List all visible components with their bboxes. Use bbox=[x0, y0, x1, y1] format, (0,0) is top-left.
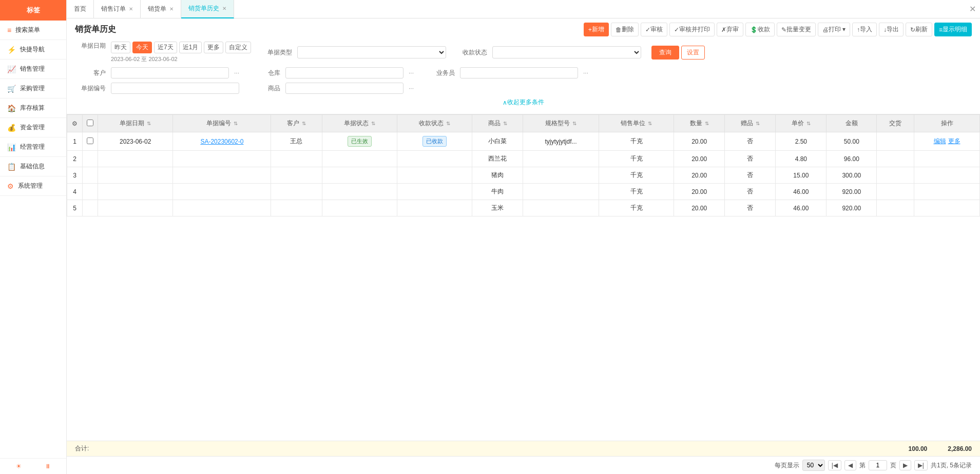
export-button[interactable]: ↓ 导出 bbox=[879, 23, 904, 36]
tab-sales-delivery[interactable]: 销货单 ✕ bbox=[141, 0, 181, 18]
doc-type-select[interactable] bbox=[297, 46, 446, 58]
row-checkbox-cell bbox=[83, 132, 98, 151]
sort-gift-icon[interactable]: ⇅ bbox=[756, 121, 760, 126]
sidebar-item-label: 搜索菜单 bbox=[15, 26, 40, 34]
close-sales-order-icon[interactable]: ✕ bbox=[129, 6, 133, 12]
select-all-col[interactable] bbox=[83, 115, 98, 132]
row-pay-status: 已收款 bbox=[397, 132, 472, 151]
import-button[interactable]: ↑ 导入 bbox=[852, 23, 877, 36]
prev-page-btn[interactable]: ◀ bbox=[844, 460, 856, 470]
per-page-select[interactable]: 50 bbox=[802, 460, 825, 471]
collapse-arrow-icon: ∧ bbox=[503, 99, 507, 106]
doc-no-input[interactable] bbox=[111, 83, 239, 94]
row-customer: 王总 bbox=[271, 132, 322, 151]
date-btn-7days[interactable]: 近7天 bbox=[154, 42, 177, 53]
row-checkbox[interactable] bbox=[87, 137, 93, 144]
warehouse-input[interactable] bbox=[285, 67, 403, 78]
date-btn-yesterday[interactable]: 昨天 bbox=[111, 42, 130, 53]
goods-picker-btn[interactable]: ··· bbox=[409, 85, 414, 92]
audit-button[interactable]: ✓ 审核 bbox=[641, 23, 667, 36]
sidebar-item-ops-mgmt[interactable]: 📊 经营管理 bbox=[0, 137, 66, 157]
page-number-input[interactable] bbox=[869, 460, 887, 470]
row-action bbox=[914, 167, 980, 184]
more-action-btn[interactable]: 更多 bbox=[948, 137, 960, 145]
sort-price-icon[interactable]: ⇅ bbox=[806, 121, 811, 126]
row-price: 46.00 bbox=[776, 200, 827, 216]
sidebar-item-inventory[interactable]: 🏠 库存核算 bbox=[0, 98, 66, 118]
new-button[interactable]: + 新增 bbox=[584, 23, 609, 36]
row-doc-status bbox=[322, 200, 397, 216]
select-all-checkbox[interactable] bbox=[87, 120, 93, 126]
date-btn-more[interactable]: 更多 bbox=[204, 42, 223, 53]
doc-status-badge: 已生效 bbox=[348, 136, 372, 147]
customer-input[interactable] bbox=[111, 67, 229, 78]
sort-unit-icon[interactable]: ⇅ bbox=[648, 121, 652, 126]
row-customer bbox=[271, 167, 322, 184]
sort-qty-icon[interactable]: ⇅ bbox=[705, 121, 709, 126]
sidebar-item-label: 采购管理 bbox=[20, 84, 45, 93]
table-footer: 合计: 100.00 2,286.00 bbox=[67, 441, 980, 456]
tab-sales-order[interactable]: 销售订单 ✕ bbox=[94, 0, 141, 18]
sidebar-item-sys-mgmt[interactable]: ⚙ 系统管理 bbox=[0, 176, 66, 196]
close-all-tabs-btn[interactable]: ✕ bbox=[969, 4, 976, 14]
sort-spec-icon[interactable]: ⇅ bbox=[572, 121, 577, 126]
sidebar-item-finance-mgmt[interactable]: 💰 资金管理 bbox=[0, 118, 66, 137]
sidebar-item-basic-info[interactable]: 📋 基础信息 bbox=[0, 157, 66, 176]
row-goods: 玉米 bbox=[472, 200, 523, 216]
collect-status-select[interactable] bbox=[492, 46, 641, 58]
finance-icon: 💰 bbox=[7, 124, 16, 132]
gear-settings-col[interactable]: ⚙ bbox=[67, 115, 83, 132]
sidebar-item-purchase-mgmt[interactable]: 🛒 采购管理 bbox=[0, 79, 66, 98]
close-sales-delivery-icon[interactable]: ✕ bbox=[169, 6, 174, 12]
import-label: 导入 bbox=[860, 25, 872, 34]
goods-input[interactable] bbox=[285, 83, 403, 94]
discard-icon: ✗ bbox=[721, 26, 726, 33]
pay-status-badge: 已收款 bbox=[422, 136, 447, 147]
collapse-filter-btn[interactable]: ∧ 收起更多条件 bbox=[75, 96, 972, 109]
customer-picker-btn[interactable]: ··· bbox=[234, 69, 239, 76]
tab-home[interactable]: 首页 bbox=[67, 0, 94, 18]
sidebar-item-sales-mgmt[interactable]: 📈 销售管理 bbox=[0, 60, 66, 79]
footer-icon-2[interactable]: ⏸ bbox=[45, 463, 51, 470]
sort-doc-status-icon[interactable]: ⇅ bbox=[371, 121, 375, 126]
row-spec bbox=[523, 200, 599, 216]
next-page-btn[interactable]: ▶ bbox=[899, 460, 911, 470]
sort-doc-date-icon[interactable]: ⇅ bbox=[147, 121, 151, 126]
last-page-btn[interactable]: ▶| bbox=[914, 460, 928, 470]
warehouse-picker-btn[interactable]: ··· bbox=[409, 69, 414, 76]
search-menu-icon: ≡ bbox=[7, 26, 11, 34]
sort-pay-status-icon[interactable]: ⇅ bbox=[446, 121, 450, 126]
row-doc-status: 已生效 bbox=[322, 132, 397, 151]
first-page-btn[interactable]: |◀ bbox=[828, 460, 841, 470]
sidebar-item-quick-nav[interactable]: ⚡ 快捷导航 bbox=[0, 40, 66, 60]
edit-action-btn[interactable]: 编辑 bbox=[934, 137, 946, 145]
footer-icon-1[interactable]: ☀ bbox=[16, 463, 22, 470]
refresh-button[interactable]: ↻ 刷新 bbox=[906, 23, 932, 36]
date-btn-custom[interactable]: 自定义 bbox=[225, 42, 251, 53]
salesperson-picker-btn[interactable]: ··· bbox=[583, 69, 588, 76]
show-detail-button[interactable]: ≡ 显示明细 bbox=[934, 23, 972, 36]
tab-bar: 首页 销售订单 ✕ 销货单 ✕ 销货单历史 ✕ ✕ bbox=[67, 0, 980, 18]
date-btn-today[interactable]: 今天 bbox=[132, 42, 152, 53]
tab-sales-history[interactable]: 销货单历史 ✕ bbox=[181, 0, 234, 18]
query-button[interactable]: 查询 bbox=[651, 46, 679, 60]
collect-status-label: 收款状态 bbox=[456, 48, 487, 57]
delete-button[interactable]: 🗑 删除 bbox=[611, 23, 639, 36]
sidebar-item-search-menu[interactable]: ≡ 搜索菜单 bbox=[0, 21, 66, 40]
tab-sales-delivery-label: 销货单 bbox=[148, 5, 166, 13]
salesperson-input[interactable] bbox=[460, 67, 578, 78]
doc-no-link[interactable]: SA-20230602-0 bbox=[200, 138, 243, 145]
sort-doc-no-icon[interactable]: ⇅ bbox=[234, 121, 238, 126]
sort-goods-icon[interactable]: ⇅ bbox=[503, 121, 507, 126]
sort-customer-icon[interactable]: ⇅ bbox=[302, 121, 306, 126]
settings-button[interactable]: 设置 bbox=[681, 46, 705, 60]
date-btn-1month[interactable]: 近1月 bbox=[179, 42, 202, 53]
batch-change-button[interactable]: ✎ 批量变更 bbox=[777, 23, 816, 36]
row-num-cell: 4 bbox=[67, 184, 83, 200]
audit-print-button[interactable]: ✓ 审核并打印 bbox=[669, 23, 715, 36]
close-sales-history-icon[interactable]: ✕ bbox=[222, 6, 226, 11]
collect-button[interactable]: 💲 收款 bbox=[745, 23, 775, 36]
print-button[interactable]: 🖨 打印 ▾ bbox=[818, 23, 850, 36]
row-pay-status bbox=[397, 151, 472, 167]
discard-button[interactable]: ✗ 弃审 bbox=[717, 23, 743, 36]
